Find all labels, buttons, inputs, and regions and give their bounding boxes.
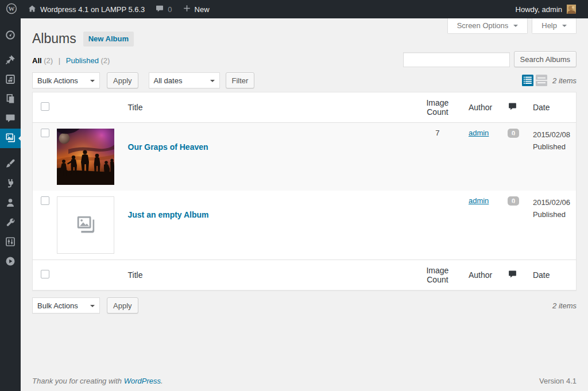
gallery-icon (75, 214, 96, 237)
column-comments (502, 260, 527, 291)
howdy-account-link[interactable]: Howdy, admin (510, 0, 581, 18)
empty-album-thumbnail[interactable] (57, 196, 114, 254)
footer-version: Version 4.1 (539, 377, 577, 385)
new-album-button[interactable]: New Album (83, 32, 134, 47)
sidebar-item-comments[interactable] (0, 109, 21, 129)
pages-icon (5, 93, 16, 106)
svg-text:W: W (9, 5, 15, 11)
apply-button-bottom[interactable]: Apply (107, 297, 138, 313)
help-tab[interactable]: Help (532, 18, 577, 34)
bulk-actions-select[interactable]: Bulk Actions (32, 72, 100, 88)
comment-count-bubble[interactable]: 0 (508, 196, 519, 206)
page-title: Albums (32, 30, 76, 47)
date-cell: 2015/02/06 Published (527, 191, 577, 260)
column-comments (502, 92, 527, 123)
list-view-icon[interactable] (522, 75, 533, 86)
album-thumbnail[interactable] (57, 129, 114, 185)
new-content-button[interactable]: New (177, 0, 215, 18)
sidebar-item-settings[interactable] (0, 233, 21, 252)
comments-icon (155, 4, 164, 15)
wrench-icon (5, 216, 16, 230)
filter-all-count: (2) (44, 56, 53, 65)
author-link[interactable]: admin (469, 129, 489, 137)
album-status: Published (533, 141, 570, 153)
new-label: New (195, 5, 210, 14)
album-title-link[interactable]: Our Graps of Heaven (128, 142, 208, 152)
chevron-down-icon (562, 25, 567, 29)
gallery-icon (5, 132, 16, 145)
wordpress-logo: W (6, 3, 17, 16)
sidebar-item-video[interactable] (0, 252, 21, 272)
admin-bar-comments-link[interactable]: 0 (150, 0, 177, 18)
screen-meta: Screen Options Help (447, 18, 577, 34)
wordpress-footer-link[interactable]: WordPress (124, 377, 161, 385)
table-footer-row: Title Image Count Author Date (33, 260, 577, 291)
sidebar-item-posts[interactable] (0, 51, 21, 70)
select-all-checkbox[interactable] (41, 270, 49, 278)
album-title-link[interactable]: Just an empty Album (128, 210, 209, 219)
album-date: 2015/02/08 (533, 129, 570, 141)
filter-published-link[interactable]: Published (66, 56, 99, 65)
help-label: Help (541, 21, 557, 30)
row-checkbox[interactable] (41, 196, 49, 205)
search-albums-button[interactable]: Search Albums (514, 51, 577, 67)
sidebar-item-media[interactable] (0, 70, 21, 90)
items-count: 2 items (552, 76, 577, 85)
bulk-actions-select-bottom[interactable]: Bulk Actions (32, 297, 100, 313)
sidebar-item-plugins[interactable] (0, 174, 21, 193)
pin-icon (5, 54, 16, 67)
image-count-value (412, 191, 463, 260)
column-author: Author (463, 92, 502, 123)
sidebar-item-albums[interactable] (0, 129, 21, 148)
filter-published-count: (2) (101, 56, 110, 65)
column-author: Author (463, 260, 502, 291)
select-all-checkbox[interactable] (41, 102, 49, 111)
excerpt-view-icon[interactable] (536, 75, 547, 86)
search-box: Search Albums (403, 51, 577, 67)
status-filter-links: All (2) | Published (2) (32, 56, 110, 67)
screen-options-tab[interactable]: Screen Options (447, 18, 528, 34)
comment-count-bubble[interactable]: 0 (508, 129, 519, 138)
media-icon (5, 73, 16, 87)
avatar (567, 5, 576, 14)
comments-icon (508, 104, 517, 113)
view-switch (522, 75, 547, 86)
settings-icon (5, 236, 16, 249)
dashboard-icon (5, 29, 16, 42)
admin-sidebar (0, 18, 21, 391)
search-input[interactable] (403, 52, 510, 67)
sidebar-item-pages[interactable] (0, 90, 21, 109)
all-dates-select[interactable]: All dates (149, 72, 220, 88)
site-name-link[interactable]: Wordpress 4.1 on LAMPP 5.6.3 (22, 0, 150, 18)
screen-options-label: Screen Options (457, 21, 509, 30)
plug-icon (5, 177, 16, 191)
comments-icon (508, 272, 517, 281)
wordpress-logo-menu[interactable]: W (0, 0, 22, 18)
album-row: Just an empty Album admin 0 2015/02/06 P… (33, 191, 577, 260)
column-image-count: Image Count (412, 92, 463, 123)
admin-bar-comment-count: 0 (168, 5, 172, 14)
album-date: 2015/02/06 (533, 196, 570, 208)
album-status: Published (533, 208, 570, 220)
chevron-down-icon (513, 25, 518, 29)
column-image-count: Image Count (412, 260, 463, 291)
play-circle-icon (5, 255, 16, 269)
sidebar-item-tools[interactable] (0, 213, 21, 233)
footer-thanks: Thank you for creating with WordPress. (32, 377, 163, 385)
apply-button[interactable]: Apply (107, 72, 138, 88)
home-icon (28, 4, 37, 15)
comments-icon (5, 113, 16, 126)
column-title: Title (122, 260, 412, 291)
plus-icon (183, 4, 191, 14)
table-header-row: Title Image Count Author Date (33, 92, 577, 123)
sidebar-item-users[interactable] (0, 193, 21, 213)
site-name-label: Wordpress 4.1 on LAMPP 5.6.3 (40, 5, 145, 14)
sidebar-item-appearance[interactable] (0, 154, 21, 174)
sidebar-item-dashboard[interactable] (0, 26, 21, 45)
author-link[interactable]: admin (469, 196, 489, 205)
row-checkbox[interactable] (41, 129, 49, 137)
filter-all-link[interactable]: All (32, 56, 42, 65)
albums-table: Title Image Count Author Date (32, 92, 577, 291)
filter-button[interactable]: Filter (226, 72, 255, 88)
column-date: Date (527, 92, 577, 123)
